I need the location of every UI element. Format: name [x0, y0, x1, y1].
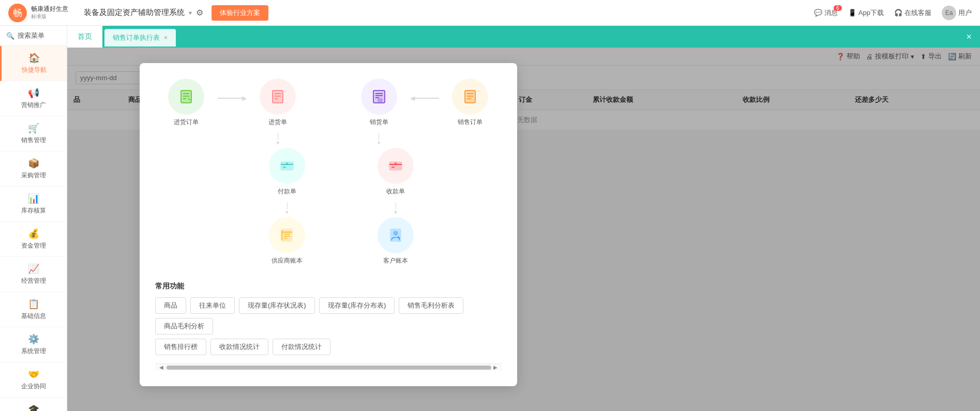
sidebar-item-marketing[interactable]: 📢 营销推广 [0, 81, 67, 116]
func-btn-payment-stats[interactable]: 付款情况统计 [273, 339, 330, 355]
func-btn-stock-dist[interactable]: 现存量(库存分布表) [319, 297, 395, 314]
cart-icon: 🛒 [28, 123, 39, 134]
func-btn-stock-status[interactable]: 现存量(库存状况表) [239, 297, 315, 314]
node-sales-bill[interactable]: 销货单 [348, 79, 410, 127]
scroll-left-btn[interactable]: ◀ [157, 364, 165, 370]
online-service-btn[interactable]: 🎧 在线客服 [894, 8, 931, 18]
system-title-text: 装备及固定资产辅助管理系统 [84, 8, 185, 18]
flow-arrows-row2: ▼ ▼ [155, 200, 502, 217]
label-supplier-ledger: 供应商账本 [272, 256, 303, 265]
chart-icon: 📊 [28, 193, 39, 204]
node-supplier-ledger[interactable]: 供应商账本 [253, 217, 321, 265]
flow-diagram: 进货订单 ▶ [155, 79, 502, 269]
svg-rect-23 [283, 166, 286, 168]
popup-overlay: 进货订单 ▶ [67, 48, 980, 411]
logo-text: 畅康通好生意 [31, 5, 68, 13]
home-icon: 🏠 [28, 52, 40, 64]
circle-sales-bill [361, 79, 397, 115]
tab-sales-order[interactable]: 销售订单执行表 × [104, 29, 176, 47]
common-functions-title: 常用功能 [155, 282, 502, 291]
search-icon: 🔍 [6, 32, 14, 40]
logo-icon: 畅 [8, 4, 27, 22]
message-badge: 6 [834, 5, 842, 11]
sidebar-item-finance[interactable]: 💰 资金管理 [0, 222, 67, 257]
headset-icon: 🎧 [894, 9, 902, 17]
message-icon: 💬 [814, 9, 822, 17]
label-payment: 付款单 [278, 187, 296, 196]
down-arrow-payment: ▼ [284, 202, 290, 215]
down-arrow-purchase: ▼ [275, 133, 280, 146]
node-customer-ledger[interactable]: 客户账本 [362, 217, 429, 265]
node-payment[interactable]: ¥ 付款单 [253, 148, 321, 196]
sidebar-item-purchase[interactable]: 📦 采购管理 [0, 151, 67, 187]
flow-row-1: 进货订单 ▶ [155, 79, 502, 127]
scroll-thumb[interactable] [167, 366, 491, 370]
label-purchase-bill: 进货单 [268, 118, 287, 127]
sidebar-item-inventory[interactable]: 📊 库存核算 [0, 187, 67, 222]
func-btn-goods[interactable]: 商品 [155, 297, 186, 314]
function-buttons-row2: 销售排行榜 收款情况统计 付款情况统计 [155, 339, 502, 355]
circle-customer-ledger [378, 217, 414, 253]
phone-icon: 📱 [848, 9, 856, 17]
svg-text:¥: ¥ [394, 161, 397, 166]
tab-home[interactable]: 首页 [67, 26, 102, 48]
settings-icon: ⚙️ [28, 333, 39, 345]
top-header: 畅 畅康通好生意 标准版 装备及固定资产辅助管理系统 ▾ ⚙ 体验行业方案 💬 … [0, 0, 980, 26]
sidebar-item-basic[interactable]: 📋 基础信息 [0, 292, 67, 327]
scroll-area: ◀ ▶ [155, 363, 502, 371]
label-sales-bill: 销货单 [370, 118, 388, 127]
sidebar: 🔍 搜索菜单 🏠 快捷导航 📢 营销推广 🛒 销售管理 📦 采购管理 📊 库存核… [0, 26, 67, 411]
down-arrow-sales: ▼ [376, 133, 382, 146]
dropdown-arrow-icon[interactable]: ▾ [189, 9, 192, 17]
trend-icon: 📈 [28, 263, 39, 275]
clipboard-icon: 📋 [28, 298, 39, 310]
handshake-icon: 🤝 [28, 369, 39, 380]
svg-point-36 [394, 231, 398, 235]
scroll-right-btn[interactable]: ▶ [491, 364, 500, 370]
guide-icon: 🎓 [28, 404, 39, 411]
sidebar-item-system[interactable]: ⚙️ 系统管理 [0, 327, 67, 362]
sidebar-item-quick[interactable]: 🏠 快捷导航 [0, 46, 67, 81]
node-receipt[interactable]: ¥ 收款单 [362, 148, 429, 196]
node-sales-order[interactable]: 销售订单 [439, 79, 502, 127]
func-btn-sales-profit[interactable]: 销售毛利分析表 [399, 297, 463, 314]
label-sales-order: 销售订单 [458, 118, 483, 127]
page-body: ❓ 帮助 🖨 按模板打印 ▾ ⬆ 导出 🔄 刷新 [67, 48, 980, 411]
header-right: 💬 消息 6 📱 App下载 🎧 在线客服 Ea 用户 [814, 6, 972, 20]
sidebar-item-guide[interactable]: 🎓 新手引导 [0, 398, 67, 411]
tab-close-btn[interactable]: × [164, 34, 168, 41]
label-customer-ledger: 客户账本 [383, 256, 408, 265]
popup-box: 进货订单 ▶ [140, 63, 517, 386]
try-btn[interactable]: 体验行业方案 [212, 5, 268, 21]
function-buttons: 商品 往来单位 现存量(库存状况表) 现存量(库存分布表) 销售毛利分析表 商品… [155, 297, 502, 334]
logo-sub: 标准版 [31, 13, 68, 20]
app-download-btn[interactable]: 📱 App下载 [848, 8, 884, 18]
func-btn-receipt-stats[interactable]: 收款情况统计 [210, 339, 268, 355]
circle-supplier-ledger [269, 217, 305, 253]
sidebar-item-sales[interactable]: 🛒 销售管理 [0, 116, 67, 151]
flow-row-3: 供应商账本 [155, 217, 502, 265]
close-all-tabs-btn[interactable]: × [958, 32, 980, 42]
node-purchase-bill[interactable]: 进货单 [247, 79, 309, 127]
gear-icon[interactable]: ⚙ [196, 8, 203, 18]
svg-rect-34 [281, 230, 283, 240]
sidebar-item-coop[interactable]: 🤝 企业协同 [0, 362, 67, 398]
svg-rect-0 [181, 90, 191, 103]
user-area[interactable]: Ea 用户 [942, 6, 972, 20]
avatar: Ea [942, 6, 956, 20]
label-receipt: 收款单 [386, 187, 405, 196]
main-content: 首页 销售订单执行表 × × ❓ 帮助 🖨 按模板打印 ▾ [67, 26, 980, 411]
message-btn[interactable]: 💬 消息 6 [814, 8, 838, 18]
node-purchase-order[interactable]: 进货订单 [155, 79, 218, 127]
func-btn-partner[interactable]: 往来单位 [190, 297, 235, 314]
search-menu-btn[interactable]: 🔍 搜索菜单 [0, 26, 67, 46]
money-icon: 💰 [28, 228, 39, 239]
func-btn-goods-profit[interactable]: 商品毛利分析 [155, 318, 213, 334]
label-purchase-order: 进货订单 [174, 118, 199, 127]
svg-text:¥: ¥ [285, 161, 289, 166]
func-btn-sales-rank[interactable]: 销售排行榜 [155, 339, 206, 355]
svg-rect-15 [378, 99, 382, 102]
svg-rect-27 [391, 166, 395, 168]
sidebar-item-operation[interactable]: 📈 经营管理 [0, 257, 67, 292]
circle-payment: ¥ [269, 148, 305, 184]
